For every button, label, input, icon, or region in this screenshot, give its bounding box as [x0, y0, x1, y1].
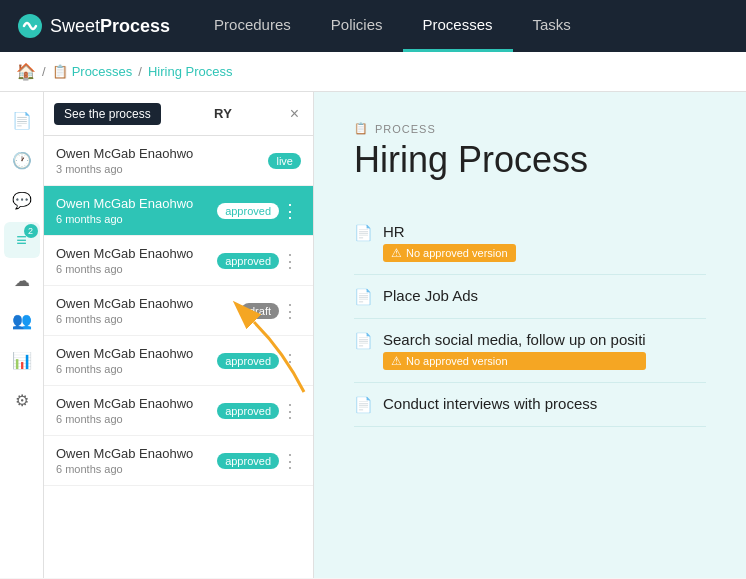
more-options-button[interactable]: ⋮ [279, 250, 301, 272]
processes-doc-icon: 📋 [52, 64, 68, 79]
breadcrumb-sep1: / [42, 64, 46, 79]
step-item[interactable]: 📄 Place Job Ads [354, 275, 706, 319]
list-badge: 2 [24, 224, 38, 238]
more-options-button[interactable]: ⋮ [279, 450, 301, 472]
version-author: Owen McGab Enaohwo [56, 146, 268, 161]
version-item[interactable]: Owen McGab Enaohwo 6 months ago approved… [44, 336, 313, 386]
version-status-badge: live [268, 153, 301, 169]
process-title: Hiring Process [354, 139, 706, 181]
version-status-badge: approved [217, 353, 279, 369]
version-info: Owen McGab Enaohwo 6 months ago [56, 346, 217, 375]
no-approved-badge: ⚠ No approved version [383, 244, 516, 262]
version-item[interactable]: Owen McGab Enaohwo 6 months ago approved… [44, 236, 313, 286]
warning-icon: ⚠ [391, 354, 402, 368]
breadcrumb-current: Hiring Process [148, 64, 233, 79]
sidebar-icons: 📄 🕐 💬 ≡ 2 ☁ 👥 📊 ⚙ [0, 92, 44, 578]
step-item[interactable]: 📄 Search social media, follow up on posi… [354, 319, 706, 383]
version-time: 3 months ago [56, 163, 268, 175]
versions-header: See the process RY × [44, 92, 313, 136]
version-item[interactable]: Owen McGab Enaohwo 3 months ago live [44, 136, 313, 186]
version-item[interactable]: Owen McGab Enaohwo 6 months ago approved… [44, 436, 313, 486]
top-nav: SweetProcess Procedures Policies Process… [0, 0, 746, 52]
step-list: 📄 HR ⚠ No approved version 📄 Place Job A… [354, 211, 706, 427]
sidebar-users-btn[interactable]: 👥 [4, 302, 40, 338]
step-doc-icon: 📄 [354, 396, 373, 414]
step-doc-icon: 📄 [354, 332, 373, 350]
no-approved-badge: ⚠ No approved version [383, 352, 646, 370]
sidebar-list-btn[interactable]: ≡ 2 [4, 222, 40, 258]
process-doc-icon: 📋 [354, 122, 369, 135]
warning-icon: ⚠ [391, 246, 402, 260]
version-info: Owen McGab Enaohwo 6 months ago [56, 296, 241, 325]
version-info: Owen McGab Enaohwo 6 months ago [56, 196, 217, 225]
breadcrumb: 🏠 / 📋 Processes / Hiring Process [0, 52, 746, 92]
version-status-badge: draft [241, 303, 279, 319]
nav-items: Procedures Policies Processes Tasks [194, 0, 591, 52]
version-status-badge: approved [217, 253, 279, 269]
version-list: Owen McGab Enaohwo 3 months ago live Owe… [44, 136, 313, 578]
sidebar-gear-btn[interactable]: ⚙ [4, 382, 40, 418]
process-label: 📋 PROCESS [354, 122, 706, 135]
nav-procedures[interactable]: Procedures [194, 0, 311, 52]
version-time: 6 months ago [56, 213, 217, 225]
logo-icon [16, 12, 44, 40]
main-layout: 📄 🕐 💬 ≡ 2 ☁ 👥 📊 ⚙ See the process RY × O… [0, 92, 746, 578]
version-author: Owen McGab Enaohwo [56, 196, 217, 211]
step-sub: Search social media, follow up on positi… [383, 331, 646, 370]
nav-processes[interactable]: Processes [403, 0, 513, 52]
step-text: Place Job Ads [383, 287, 706, 304]
version-status-badge: approved [217, 403, 279, 419]
step-text: Search social media, follow up on positi [383, 331, 646, 348]
version-item[interactable]: Owen McGab Enaohwo 6 months ago approved… [44, 386, 313, 436]
sidebar-document-btn[interactable]: 📄 [4, 102, 40, 138]
logo[interactable]: SweetProcess [16, 12, 170, 40]
step-text: Conduct interviews with process [383, 395, 706, 412]
home-icon[interactable]: 🏠 [16, 62, 36, 81]
version-status-badge: approved [217, 453, 279, 469]
sidebar-chat-btn[interactable]: 💬 [4, 182, 40, 218]
more-options-button[interactable]: ⋮ [279, 350, 301, 372]
version-info: Owen McGab Enaohwo 6 months ago [56, 396, 217, 425]
version-info: Owen McGab Enaohwo 6 months ago [56, 246, 217, 275]
more-options-button[interactable]: ⋮ [279, 200, 301, 222]
sidebar-cloud-btn[interactable]: ☁ [4, 262, 40, 298]
sidebar-chart-btn[interactable]: 📊 [4, 342, 40, 378]
version-author: Owen McGab Enaohwo [56, 346, 217, 361]
more-options-button[interactable]: ⋮ [279, 300, 301, 322]
version-time: 6 months ago [56, 363, 217, 375]
step-doc-icon: 📄 [354, 224, 373, 242]
version-time: 6 months ago [56, 413, 217, 425]
tooltip-see-process: See the process [54, 103, 161, 125]
version-status-badge: approved [217, 203, 279, 219]
close-panel-button[interactable]: × [286, 103, 303, 125]
version-item[interactable]: Owen McGab Enaohwo 6 months ago draft ⋮ [44, 286, 313, 336]
breadcrumb-processes[interactable]: 📋 Processes [52, 64, 133, 79]
breadcrumb-sep2: / [138, 64, 142, 79]
version-time: 6 months ago [56, 263, 217, 275]
step-item[interactable]: 📄 Conduct interviews with process [354, 383, 706, 427]
version-item[interactable]: Owen McGab Enaohwo 6 months ago approved… [44, 186, 313, 236]
nav-tasks[interactable]: Tasks [513, 0, 591, 52]
nav-policies[interactable]: Policies [311, 0, 403, 52]
version-author: Owen McGab Enaohwo [56, 396, 217, 411]
version-info: Owen McGab Enaohwo 6 months ago [56, 446, 217, 475]
content-inner: 📋 PROCESS Hiring Process 📄 HR ⚠ No appro… [314, 92, 746, 457]
version-author: Owen McGab Enaohwo [56, 446, 217, 461]
version-time: 6 months ago [56, 313, 241, 325]
step-sub: HR ⚠ No approved version [383, 223, 516, 262]
content-area: 📋 PROCESS Hiring Process 📄 HR ⚠ No appro… [314, 92, 746, 578]
sidebar-clock-btn[interactable]: 🕐 [4, 142, 40, 178]
step-doc-icon: 📄 [354, 288, 373, 306]
version-author: Owen McGab Enaohwo [56, 296, 241, 311]
versions-header-text: RY [214, 106, 233, 121]
more-options-button[interactable]: ⋮ [279, 400, 301, 422]
versions-panel: See the process RY × Owen McGab Enaohwo … [44, 92, 314, 578]
logo-text: SweetProcess [50, 16, 170, 37]
version-author: Owen McGab Enaohwo [56, 246, 217, 261]
version-info: Owen McGab Enaohwo 3 months ago [56, 146, 268, 175]
version-time: 6 months ago [56, 463, 217, 475]
step-item[interactable]: 📄 HR ⚠ No approved version [354, 211, 706, 275]
step-text: HR [383, 223, 516, 240]
